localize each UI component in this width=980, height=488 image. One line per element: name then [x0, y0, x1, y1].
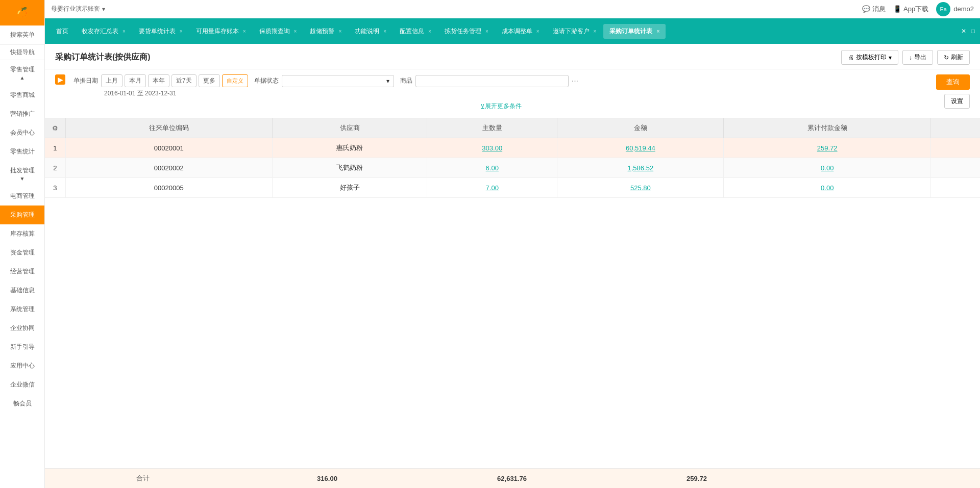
row-code: 00020005: [65, 178, 273, 198]
tab-collection-summary[interactable]: 收发存汇总表 ×: [76, 24, 132, 39]
sidebar-item-operations[interactable]: 经营管理: [0, 262, 44, 281]
sidebar-item-label: 企业协同: [10, 324, 35, 332]
status-select[interactable]: ▾: [282, 75, 394, 87]
tab-invite-downstream[interactable]: 邀请下游客户 ×: [547, 24, 603, 39]
message-icon: 💬: [862, 5, 870, 13]
close-icon[interactable]: ×: [428, 29, 431, 34]
date-btn-more[interactable]: 更多: [199, 74, 220, 87]
sidebar-quick-nav[interactable]: 快捷导航: [0, 45, 44, 60]
close-icon[interactable]: ×: [243, 29, 246, 34]
date-btn-custom[interactable]: 自定义: [222, 74, 248, 87]
amount-link[interactable]: 1,586.52: [628, 164, 654, 172]
tab-overstock-warning[interactable]: 超储预警 ×: [304, 24, 348, 39]
ellipsis-icon[interactable]: ···: [572, 76, 578, 86]
tab-available-inventory[interactable]: 可用量库存账本 ×: [190, 24, 252, 39]
sidebar-item-collab[interactable]: 企业协同: [0, 319, 44, 338]
chevron-down-icon: ▾: [889, 54, 892, 61]
close-icon[interactable]: ×: [656, 29, 659, 34]
sidebar-item-basic-info[interactable]: 基础信息: [0, 281, 44, 300]
app-download-link[interactable]: 📱 App下载: [893, 5, 928, 14]
row-paid: 0.00: [724, 158, 931, 178]
sidebar-item-guide[interactable]: 新手引导: [0, 338, 44, 356]
query-button[interactable]: 查询: [936, 74, 970, 90]
sidebar-item-ecommerce[interactable]: 电商管理: [0, 187, 44, 206]
sidebar-item-retail-stats[interactable]: 零售统计: [0, 142, 44, 161]
date-btn-this-month[interactable]: 本月: [125, 74, 146, 87]
page-header: 采购订单统计表(按供应商) 🖨 按模板打印 ▾ ↓ 导出 ↻ 刷新: [45, 44, 980, 69]
date-btn-7days[interactable]: 近7天: [172, 74, 197, 87]
settings-icon[interactable]: ⚙: [52, 124, 58, 132]
close-icon[interactable]: ×: [383, 29, 386, 34]
close-icon[interactable]: ×: [180, 29, 183, 34]
qty-link[interactable]: 6.00: [486, 164, 499, 172]
messages-link[interactable]: 💬 消息: [862, 5, 886, 14]
tab-pick-task[interactable]: 拣货任务管理 ×: [438, 24, 495, 39]
goods-label: 商品: [400, 76, 412, 85]
paid-link[interactable]: 0.00: [821, 164, 834, 172]
sidebar-search[interactable]: 搜索英单: [0, 25, 44, 45]
window-maximize-icon[interactable]: □: [971, 28, 975, 35]
export-label: 导出: [914, 53, 926, 62]
sidebar-item-finance[interactable]: 资金管理: [0, 243, 44, 262]
tab-shelf-life[interactable]: 保质期查询 ×: [253, 24, 303, 39]
filter-fields: 单据日期 上月 本月 本年 近7天 更多 自定义 单据状态: [74, 74, 928, 113]
filter-toggle-button[interactable]: ▶: [55, 74, 65, 85]
row-amount: 525.80: [557, 178, 724, 198]
expand-more-btn[interactable]: ⊻ 展开更多条件: [74, 100, 928, 113]
tab-home[interactable]: 首页: [50, 24, 75, 39]
top-header: 母婴行业演示账套 ▾ 💬 消息 📱 App下载 Ea demo2: [45, 0, 980, 18]
paid-link[interactable]: 0.00: [821, 184, 834, 192]
row-extra: [931, 158, 981, 178]
sidebar-item-retail-mall[interactable]: 零售商城: [0, 86, 44, 105]
close-icon[interactable]: ×: [536, 29, 540, 34]
date-btn-this-year[interactable]: 本年: [148, 74, 169, 87]
user-menu[interactable]: Ea demo2: [936, 2, 974, 16]
goods-input[interactable]: [415, 75, 569, 87]
sidebar-item-sys-mgmt[interactable]: 系统管理: [0, 300, 44, 319]
sidebar-item-app-center[interactable]: 应用中心: [0, 356, 44, 375]
settings-button[interactable]: 设置: [944, 94, 970, 109]
sidebar-item-purchase-mgmt[interactable]: 采购管理: [0, 206, 44, 224]
qty-link[interactable]: 303.00: [482, 144, 502, 152]
table-body: 1 00020001 惠氏奶粉 303.00 60,519.44 259.72 …: [45, 138, 980, 198]
sidebar-item-retail-mgmt[interactable]: 零售管理 ▲: [0, 60, 44, 86]
sidebar-item-wechat[interactable]: 企业微信: [0, 375, 44, 394]
tab-function-desc[interactable]: 功能说明 ×: [349, 24, 393, 39]
sidebar-item-label: 营销推广: [10, 110, 35, 118]
col-code-header: 往来单位编码: [65, 118, 273, 138]
sidebar-item-inventory[interactable]: 库存核算: [0, 224, 44, 243]
tab-bar: 首页 收发存汇总表 × 要货单统计表 × 可用量库存账本 × 保质期查询 × 超…: [45, 18, 980, 44]
refresh-label: 刷新: [951, 53, 963, 62]
close-icon[interactable]: ×: [122, 29, 126, 34]
date-btn-last-month[interactable]: 上月: [101, 74, 122, 87]
username: demo2: [953, 5, 974, 13]
close-icon[interactable]: ×: [294, 29, 297, 34]
tab-config-info[interactable]: 配置信息 ×: [394, 24, 437, 39]
sidebar-item-wholesale-mgmt[interactable]: 批发管理 ▼: [0, 161, 44, 187]
sidebar-item-label: 零售管理: [10, 65, 35, 74]
sidebar-item-member-center[interactable]: 会员中心: [0, 123, 44, 142]
export-button[interactable]: ↓ 导出: [902, 50, 933, 65]
row-code: 00020001: [65, 138, 273, 158]
sidebar-item-label: 电商管理: [10, 192, 35, 200]
tab-purchase-order-stats[interactable]: 采购订单统计表 ×: [603, 24, 666, 39]
content-area: 采购订单统计表(按供应商) 🖨 按模板打印 ▾ ↓ 导出 ↻ 刷新: [45, 44, 980, 488]
col-paid-header: 累计付款金额: [724, 118, 931, 138]
tab-requisition-stats[interactable]: 要货单统计表 ×: [133, 24, 189, 39]
refresh-button[interactable]: ↻ 刷新: [937, 50, 970, 65]
sidebar-item-vip[interactable]: 畅会员: [0, 394, 44, 413]
window-close-icon[interactable]: ✕: [961, 28, 966, 35]
sidebar-item-marketing[interactable]: 营销推广: [0, 105, 44, 123]
close-icon[interactable]: ×: [338, 29, 341, 34]
messages-label: 消息: [872, 5, 886, 14]
amount-link[interactable]: 525.80: [630, 184, 651, 192]
print-button[interactable]: 🖨 按模板打印 ▾: [841, 50, 898, 65]
amount-link[interactable]: 60,519.44: [626, 144, 655, 152]
close-icon[interactable]: ×: [594, 29, 597, 34]
row-index: 1: [45, 138, 65, 158]
tab-cost-adjust[interactable]: 成本调整单 ×: [496, 24, 546, 39]
paid-link[interactable]: 259.72: [817, 144, 838, 152]
qty-link[interactable]: 7.00: [486, 184, 499, 192]
footer-label: 合计: [51, 474, 235, 483]
close-icon[interactable]: ×: [485, 29, 488, 34]
